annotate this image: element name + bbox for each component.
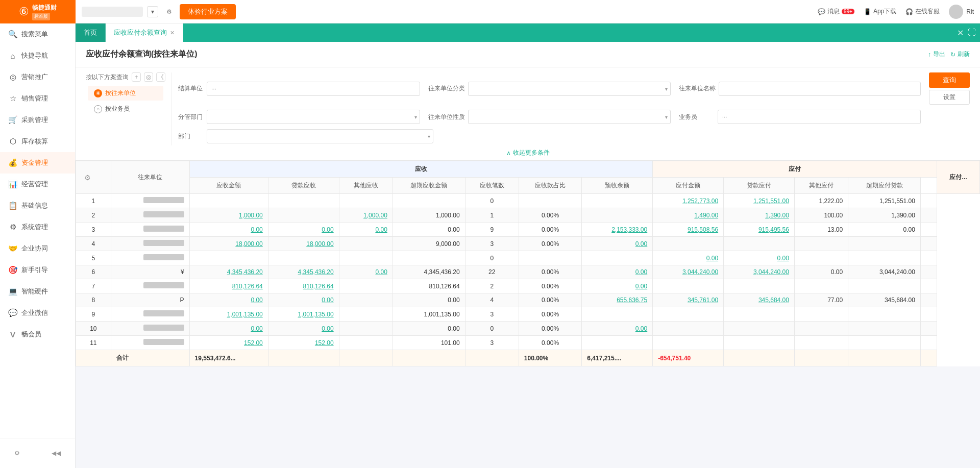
footer-empty1 — [76, 350, 111, 366]
user-area[interactable]: Rit — [949, 5, 974, 19]
transaction-name-input[interactable] — [719, 82, 921, 96]
transaction-name-label: 往来单位名称 — [679, 84, 716, 93]
col-payable-group-header: 应付 — [653, 161, 937, 178]
tab-home[interactable]: 首页 — [76, 23, 106, 42]
search-icon: 🔍 — [8, 30, 17, 39]
sidebar-item-member[interactable]: V 畅会员 — [0, 324, 75, 345]
logo: ⑥ 畅捷通财 标准版 — [0, 0, 76, 23]
department-select[interactable] — [207, 129, 433, 143]
table-row: 101,252,773.001,251,551.001,222.001,251,… — [76, 194, 980, 208]
collapse-label: 收起更多条件 — [513, 149, 550, 157]
col-settings-header[interactable]: ⚙ — [76, 161, 111, 194]
table-row: 8P0.000.000.0040.00%655,636.75345,761.00… — [76, 293, 980, 307]
salesperson-input[interactable]: ··· — [718, 110, 921, 124]
sidebar-item-marketing[interactable]: ◎ 营销推广 — [0, 66, 75, 88]
marketing-icon: ◎ — [8, 72, 17, 82]
online-service-btn[interactable]: 🎧 在线客服 — [905, 7, 940, 16]
sidebar-item-collab[interactable]: 🤝 企业协同 — [0, 238, 75, 259]
query-scheme-panel: 按以下方案查询 + ◎ 《 ❋ 按往来单位 ○ 按业务员 — [86, 72, 172, 145]
transaction-category-wrapper: ▾ — [468, 82, 670, 96]
settlement-unit-label: 结算单位 — [178, 84, 204, 93]
dropdown4-icon: ▾ — [428, 134, 430, 139]
sidebar-collapse-btn[interactable]: ◀◀ — [45, 444, 67, 463]
footer-recv-count — [465, 350, 519, 366]
transaction-nature-select[interactable] — [468, 110, 670, 124]
sidebar-item-operation[interactable]: 📊 经营管理 — [0, 174, 75, 195]
salesperson-label: 业务员 — [679, 113, 715, 121]
sidebar-item-finance[interactable]: 💰 资金管理 — [0, 152, 75, 174]
footer-label: 合计 — [111, 350, 189, 366]
message-btn[interactable]: 💬 消息 99+ — [818, 7, 854, 16]
scheme-by-staff[interactable]: ○ 按业务员 — [88, 102, 163, 116]
sidebar: 🔍 搜索菜单 ⌂ 快捷导航 ◎ 营销推广 ☆ 销售管理 🛒 采购管理 ⬡ 库存核… — [0, 23, 76, 468]
member-icon: V — [8, 330, 17, 339]
department-field: 部门 ▾ — [178, 129, 433, 143]
sidebar-label-basic: 基础信息 — [21, 201, 48, 210]
table-settings-icon[interactable]: ⚙ — [81, 171, 93, 184]
tab-close-icon[interactable]: ✕ — [170, 30, 175, 36]
sidebar-item-search[interactable]: 🔍 搜索菜单 — [0, 23, 75, 45]
add-scheme-btn[interactable]: + — [132, 72, 141, 82]
partner-cell — [111, 322, 189, 336]
partner-cell — [111, 336, 189, 350]
sidebar-item-wechat[interactable]: 💬 企业微信 — [0, 302, 75, 324]
table-row: 418,000.0018,000.009,000.0030.00%0.00 — [76, 237, 980, 251]
setting-btn[interactable]: 设置 — [929, 90, 970, 105]
collab-icon: 🤝 — [8, 244, 17, 253]
export-btn[interactable]: ↑ 导出 — [928, 50, 945, 59]
message-icon: 💬 — [818, 8, 825, 15]
transaction-category-select[interactable] — [468, 82, 670, 96]
sidebar-label-quicknav: 快捷导航 — [21, 51, 48, 60]
sidebar-item-guide[interactable]: 🎯 新手引导 — [0, 259, 75, 281]
scheme-by-unit[interactable]: ❋ 按往来单位 — [88, 86, 163, 101]
sidebar-label-purchase: 采购管理 — [21, 115, 48, 125]
footer-recv-overdue — [393, 350, 465, 366]
scheme-unit-icon: ❋ — [94, 89, 102, 97]
edit-scheme-btn[interactable]: ◎ — [144, 72, 153, 82]
more-scheme-btn[interactable]: 《 — [156, 72, 165, 82]
division-select[interactable] — [207, 110, 420, 124]
app-download-btn[interactable]: 📱 App下载 — [864, 7, 896, 16]
refresh-btn[interactable]: ↻ 刷新 — [950, 50, 970, 59]
table-wrapper[interactable]: ⚙ 往来单位 应收 应付 应付... 应收金额 贷款应收 其他应收 — [76, 161, 980, 366]
settings-gear-icon[interactable]: ⚙ — [162, 5, 176, 18]
sidebar-item-hardware[interactable]: 💻 智能硬件 — [0, 281, 75, 302]
page-actions: ↑ 导出 ↻ 刷新 — [928, 50, 970, 66]
footer-pay-other — [794, 350, 848, 366]
col-recv-ratio: 应收款占比 — [519, 178, 582, 194]
sidebar-item-purchase[interactable]: 🛒 采购管理 — [0, 109, 75, 131]
breadcrumb-dropdown[interactable]: ▾ — [147, 6, 158, 17]
sidebar-label-inventory: 库存核算 — [21, 137, 48, 146]
footer-recv-ratio: 100.00% — [519, 350, 582, 366]
sidebar-label-sales: 销售管理 — [21, 94, 48, 103]
user-avatar — [949, 5, 963, 19]
query-btn[interactable]: 查询 — [929, 72, 970, 88]
refresh-icon: ↻ — [950, 51, 955, 58]
inventory-icon: ⬡ — [8, 137, 17, 146]
trial-btn[interactable]: 体验行业方案 — [180, 4, 236, 19]
division-field: 分管部门 ▾ — [178, 110, 420, 124]
partner-cell — [111, 208, 189, 223]
sidebar-item-basic[interactable]: 📋 基础信息 — [0, 195, 75, 216]
filter-area: 按以下方案查询 + ◎ 《 ❋ 按往来单位 ○ 按业务员 — [76, 67, 980, 161]
table-row: 100.000.000.0000.00%0.00 — [76, 322, 980, 336]
tab-balance-query-label: 应收应付余额查询 — [114, 28, 167, 37]
col-recv-loan: 贷款应收 — [268, 178, 339, 194]
online-service-label: 在线客服 — [915, 7, 940, 16]
tab-fullscreen-icon[interactable]: ⛶ — [968, 28, 976, 37]
sidebar-settings-btn[interactable]: ⚙ — [8, 444, 26, 463]
sidebar-item-inventory[interactable]: ⬡ 库存核算 — [0, 131, 75, 152]
col-pay-amount: 应付金额 — [653, 178, 724, 194]
wechat-icon: 💬 — [8, 308, 17, 317]
sidebar-item-quicknav[interactable]: ⌂ 快捷导航 — [0, 45, 75, 66]
col-recv-other: 其他应收 — [339, 178, 393, 194]
footer-recv-loan — [268, 350, 339, 366]
tab-balance-query[interactable]: 应收应付余额查询 ✕ — [106, 23, 183, 42]
tab-close-window-icon[interactable]: ✕ — [957, 28, 964, 38]
settlement-unit-input[interactable]: ··· — [207, 82, 420, 96]
guide-icon: 🎯 — [8, 265, 17, 275]
col-receivable-group-header: 应收 — [189, 161, 653, 178]
collapse-bar[interactable]: ∧ 收起更多条件 — [86, 145, 970, 158]
sidebar-item-sales[interactable]: ☆ 销售管理 — [0, 88, 75, 109]
sidebar-item-system[interactable]: ⚙ 系统管理 — [0, 216, 75, 238]
